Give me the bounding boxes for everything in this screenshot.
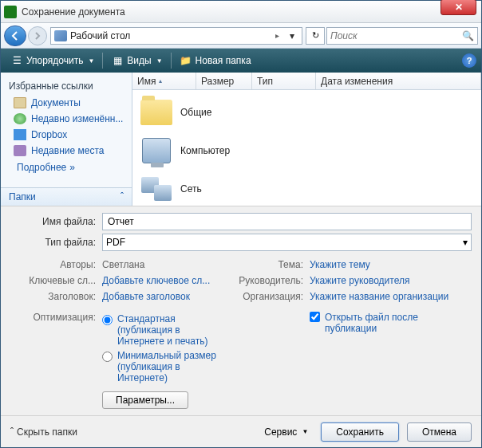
refresh-button[interactable]: ↻ <box>306 27 325 45</box>
app-icon <box>4 6 17 18</box>
help-button[interactable]: ? <box>462 53 476 68</box>
new-folder-label: Новая папка <box>196 55 251 66</box>
sidebar-item-label: Dropbox <box>31 129 67 140</box>
column-date[interactable]: Дата изменения <box>316 73 481 89</box>
file-item-computer[interactable]: Компьютер <box>132 132 481 170</box>
new-folder-button[interactable]: 📁 Новая папка <box>175 52 256 69</box>
keywords-value[interactable]: Добавьте ключевое сл... <box>102 275 234 286</box>
file-item-folder[interactable]: Общие <box>132 93 481 132</box>
nav-bar: Рабочий стол ▸ ▾ ↻ 🔍 <box>1 23 481 49</box>
chevron-down-icon: ▾ <box>463 237 468 248</box>
folder-icon <box>140 100 172 125</box>
dropbox-icon <box>14 129 26 140</box>
org-label: Организация: <box>234 291 310 302</box>
recent-icon <box>14 113 26 124</box>
sidebar-item-dropbox[interactable]: Dropbox <box>1 127 132 143</box>
org-value[interactable]: Укажите название организации <box>310 291 472 302</box>
file-label: Общие <box>180 107 211 118</box>
params-button[interactable]: Параметры... <box>102 391 188 409</box>
sidebar-item-places[interactable]: Недавние места <box>1 143 132 159</box>
chevrons-right-icon: » <box>69 162 75 173</box>
folder-plus-icon: 📁 <box>180 54 192 67</box>
sort-arrow-icon: ▴ <box>159 77 162 84</box>
filetype-label: Тип файла: <box>10 237 102 248</box>
views-icon: ▦ <box>111 54 124 67</box>
save-dialog: Сохранение документа ✕ Рабочий стол ▸ ▾ … <box>0 0 482 448</box>
toolbar: ☰ Упорядочить ▼ ▦ Виды ▼ 📁 Новая папка ? <box>1 49 481 73</box>
open-after-label[interactable]: Открыть файл после публикации <box>325 312 444 334</box>
documents-icon <box>14 97 26 108</box>
nav-back-button[interactable] <box>4 26 26 46</box>
search-icon[interactable]: 🔍 <box>462 30 474 41</box>
optimize-standard-label[interactable]: Стандартная (публикация в Интернете и пе… <box>117 313 229 347</box>
refresh-icon: ↻ <box>312 30 319 41</box>
cancel-button[interactable]: Отмена <box>407 422 472 442</box>
address-dropdown-icon[interactable]: ▾ <box>286 30 298 41</box>
sidebar-item-documents[interactable]: Документы <box>1 95 132 111</box>
filename-label: Имя файла: <box>10 216 102 227</box>
file-item-network[interactable]: Сеть <box>132 170 481 206</box>
breadcrumb-arrow-icon[interactable]: ▸ <box>269 31 286 40</box>
optimize-minimal-radio[interactable] <box>102 352 113 362</box>
views-button[interactable]: ▦ Виды ▼ <box>106 52 167 69</box>
manager-label: Руководитель: <box>234 275 310 286</box>
service-label: Сервис <box>264 426 297 438</box>
service-button[interactable]: Сервис ▼ <box>259 425 313 439</box>
search-input[interactable] <box>330 30 462 41</box>
optimize-standard-radio[interactable] <box>102 315 113 325</box>
close-button[interactable]: ✕ <box>441 0 476 15</box>
sidebar-item-recent[interactable]: Недавно изменённ... <box>1 111 132 127</box>
chevron-down-icon: ▼ <box>302 428 308 435</box>
organize-button[interactable]: ☰ Упорядочить ▼ <box>6 52 99 69</box>
hide-folders-label: Скрыть папки <box>17 426 77 438</box>
sidebar-more[interactable]: Подробнее » <box>1 159 132 176</box>
keywords-label: Ключевые сл... <box>10 275 102 286</box>
views-label: Виды <box>127 55 151 66</box>
filetype-select[interactable]: PDF ▾ <box>102 234 472 251</box>
file-label: Компьютер <box>180 145 230 156</box>
chevron-down-icon: ▼ <box>88 57 94 65</box>
separator <box>102 53 103 69</box>
authors-value[interactable]: Светлана <box>102 259 144 270</box>
save-button[interactable]: Сохранить <box>321 422 399 442</box>
chevron-up-icon: ˆ <box>120 191 124 202</box>
address-bar[interactable]: Рабочий стол ▸ ▾ <box>50 27 302 45</box>
computer-icon <box>142 138 171 163</box>
footer: ˆ Скрыть папки Сервис ▼ Сохранить Отмена <box>1 415 481 447</box>
file-pane: Имя ▴ Размер Тип Дата изменения Общие Ко… <box>132 73 481 206</box>
sidebar-item-label: Документы <box>31 97 81 108</box>
title-label: Заголовок: <box>10 291 102 302</box>
address-text: Рабочий стол <box>70 30 269 41</box>
sidebar: Избранные ссылки Документы Недавно измен… <box>1 73 132 206</box>
column-type[interactable]: Тип <box>252 73 316 89</box>
topic-value[interactable]: Укажите тему <box>310 259 472 270</box>
organize-icon: ☰ <box>10 54 23 67</box>
nav-forward-button[interactable] <box>28 26 47 45</box>
bottom-panel: Имя файла: Тип файла: PDF ▾ Авторы: Свет… <box>1 206 481 415</box>
favorites-header: Избранные ссылки <box>1 77 132 95</box>
filename-input[interactable] <box>102 213 472 230</box>
file-list: Общие Компьютер Сеть <box>132 90 481 206</box>
optimize-label: Оптимизация: <box>10 312 102 323</box>
manager-value[interactable]: Укажите руководителя <box>310 275 472 286</box>
arrow-right-icon <box>33 31 42 41</box>
authors-label: Авторы: <box>10 259 102 270</box>
title-value[interactable]: Добавьте заголовок <box>102 291 234 302</box>
open-after-checkbox[interactable] <box>310 312 320 322</box>
hide-folders-button[interactable]: ˆ Скрыть папки <box>10 426 77 438</box>
body: Избранные ссылки Документы Недавно измен… <box>1 73 481 206</box>
desktop-icon <box>54 30 67 41</box>
chevron-down-icon: ▼ <box>156 57 163 65</box>
places-icon <box>14 145 26 156</box>
separator <box>171 53 172 69</box>
column-headers: Имя ▴ Размер Тип Дата изменения <box>132 73 481 90</box>
search-box[interactable]: 🔍 <box>326 27 478 45</box>
sidebar-item-label: Недавние места <box>31 145 104 156</box>
column-name[interactable]: Имя ▴ <box>132 73 196 89</box>
sidebar-item-label: Недавно изменённ... <box>31 113 123 124</box>
sidebar-more-label: Подробнее <box>17 162 66 173</box>
titlebar: Сохранение документа ✕ <box>1 1 481 23</box>
optimize-minimal-label[interactable]: Минимальный размер (публикация в Интерне… <box>117 350 229 383</box>
column-size[interactable]: Размер <box>196 73 252 89</box>
folders-toggle[interactable]: Папки ˆ <box>1 187 132 206</box>
